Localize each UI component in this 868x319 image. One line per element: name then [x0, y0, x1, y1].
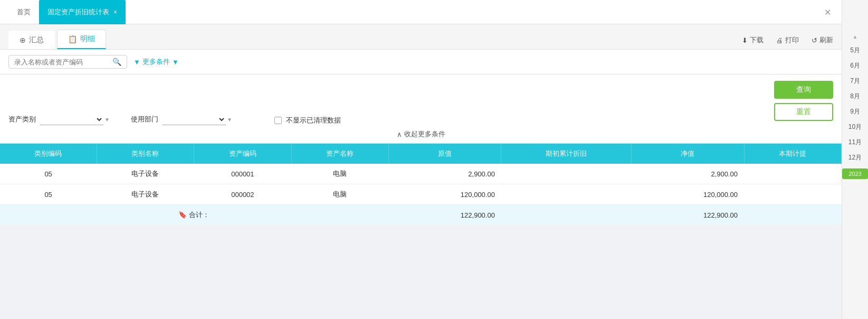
cell-asset-name: 电脑 [291, 184, 388, 205]
department-chevron: ▼ [227, 117, 232, 123]
download-icon: ⬇ [742, 36, 748, 44]
cell-original-value: 120,000.00 [389, 184, 501, 205]
download-button[interactable]: ⬇ 下载 [742, 35, 764, 45]
hide-cleared-checkbox[interactable] [274, 117, 282, 124]
col-category-name: 类别名称 [97, 144, 194, 164]
collapse-label: 收起更多条件 [404, 129, 445, 139]
action-buttons: ⬇ 下载 🖨 打印 ↺ 刷新 [742, 35, 833, 49]
hide-cleared-field: 不显示已清理数据 [274, 116, 341, 125]
year-badge[interactable]: 2023 [842, 168, 868, 179]
cell-category-name: 电子设备 [97, 184, 194, 205]
col-asset-name: 资产名称 [291, 144, 388, 164]
cell-asset-name: 电脑 [291, 164, 388, 184]
search-bar: 🔍 ▼ 更多条件 ▼ [0, 50, 842, 74]
cell-category-code: 05 [0, 164, 97, 184]
tab-close-icon[interactable]: × [113, 8, 117, 16]
summary-net-value: 122,900.00 [632, 205, 744, 226]
refresh-button[interactable]: ↺ 刷新 [812, 35, 833, 45]
col-net-value: 净值 [632, 144, 744, 164]
tab-summary[interactable]: ⊕ 汇总 [8, 31, 55, 49]
cell-current-period [744, 184, 841, 205]
month-item[interactable]: 10月 [846, 119, 864, 135]
col-accumulated-depreciation: 期初累计折旧 [501, 144, 632, 164]
tab-detail[interactable]: 📋 明细 [57, 30, 106, 49]
filter-fields: 资产类别 ▼ 使用部门 ▼ 不显示已清理数 [8, 81, 833, 125]
hide-cleared-label: 不显示已清理数据 [286, 116, 341, 125]
reset-button[interactable]: 重置 [774, 103, 833, 121]
collapse-icon: ∧ [397, 130, 402, 138]
cell-category-code: 05 [0, 184, 97, 205]
month-item[interactable]: 5月 [846, 43, 864, 58]
cell-accumulated-dep [501, 184, 632, 205]
department-select-wrap: ▼ [163, 114, 232, 125]
asset-type-select-wrap: ▼ [40, 114, 110, 125]
query-button[interactable]: 查询 [774, 81, 833, 99]
print-icon: 🖨 [776, 36, 783, 44]
detail-icon: 📋 [68, 35, 77, 43]
sub-tabs-left: ⊕ 汇总 📋 明细 [8, 30, 106, 49]
cell-net-value: 2,900.00 [632, 164, 744, 184]
filter-row: 资产类别 ▼ 使用部门 ▼ 不显示已清理数 [0, 74, 842, 144]
summary-icon-cell [0, 205, 97, 226]
col-category-code: 类别编码 [0, 144, 97, 164]
asset-type-field: 资产类别 ▼ [8, 114, 110, 125]
department-label: 使用部门 [131, 115, 158, 124]
filter-buttons: 查询 重置 [774, 81, 833, 125]
print-button[interactable]: 🖨 打印 [776, 35, 799, 45]
col-current-period: 本期计提 [744, 144, 841, 164]
data-table-wrap: 类别编码 类别名称 资产编码 资产名称 原值 期初累计折旧 净值 本期计提 05… [0, 144, 842, 226]
tab-summary-label: 汇总 [29, 35, 44, 45]
more-filter-chevron: ▼ [172, 58, 179, 66]
col-original-value: 原值 [389, 144, 501, 164]
table-row: 05 电子设备 000002 电脑 120,000.00 120,000.00 [0, 184, 842, 205]
tab-detail-label: 明细 [80, 34, 95, 44]
summary-icon: ⊕ [20, 36, 26, 44]
cell-category-name: 电子设备 [97, 164, 194, 184]
summary-accumulated-dep [501, 205, 632, 226]
summary-original-value: 122,900.00 [389, 205, 501, 226]
search-input-wrap: 🔍 [8, 55, 127, 69]
refresh-icon: ↺ [812, 36, 817, 44]
filter-icon: ▼ [133, 58, 140, 66]
asset-type-label: 资产类别 [8, 115, 36, 124]
more-filter-label: 更多条件 [142, 57, 170, 67]
window-close-button[interactable]: ✕ [824, 7, 831, 17]
month-item[interactable]: 9月 [846, 104, 864, 119]
cell-accumulated-dep [501, 164, 632, 184]
asset-type-select[interactable] [40, 114, 103, 125]
cell-original-value: 2,900.00 [389, 164, 501, 184]
month-item[interactable]: 8月 [846, 89, 864, 104]
table-row: 05 电子设备 000001 电脑 2,900.00 2,900.00 [0, 164, 842, 184]
home-tab[interactable]: 首页 [8, 7, 39, 17]
cell-current-period [744, 164, 841, 184]
search-input[interactable] [14, 58, 109, 66]
sub-tabs-bar: ⊕ 汇总 📋 明细 ⬇ 下载 🖨 打印 ↺ 刷新 [0, 24, 842, 50]
asset-type-chevron: ▼ [104, 117, 110, 123]
tab-label: 固定资产折旧统计表 [47, 7, 109, 17]
summary-label: 🔖合计： [97, 205, 291, 226]
cell-net-value: 120,000.00 [632, 184, 744, 205]
summary-asset-name [291, 205, 388, 226]
month-item[interactable]: 7月 [846, 73, 864, 89]
department-select[interactable] [163, 114, 226, 125]
month-item[interactable]: 6月 [846, 58, 864, 73]
download-label: 下载 [750, 35, 764, 45]
scroll-up-button[interactable]: ▲ [842, 32, 868, 42]
month-item[interactable]: 11月 [846, 135, 864, 150]
collapse-button[interactable]: ∧ 收起更多条件 [8, 125, 833, 143]
summary-current-period [744, 205, 841, 226]
cell-asset-code: 000001 [194, 164, 291, 184]
active-tab[interactable]: 固定资产折旧统计表 × [39, 0, 126, 24]
cell-asset-code: 000002 [194, 184, 291, 205]
month-item[interactable]: 12月 [846, 150, 864, 165]
col-asset-code: 资产编码 [194, 144, 291, 164]
summary-row: 🔖合计： 122,900.00 122,900.00 [0, 205, 842, 226]
more-filter-button[interactable]: ▼ 更多条件 ▼ [133, 57, 179, 67]
top-nav: 首页 固定资产折旧统计表 × ✕ [0, 0, 842, 24]
print-label: 打印 [785, 35, 799, 45]
search-icon: 🔍 [112, 58, 121, 66]
refresh-label: 刷新 [819, 35, 833, 45]
table-header-row: 类别编码 类别名称 资产编码 资产名称 原值 期初累计折旧 净值 本期计提 [0, 144, 842, 164]
department-field: 使用部门 ▼ [131, 114, 232, 125]
month-panel: ▲ 5月6月7月8月9月10月11月12月 2023 [842, 0, 868, 319]
